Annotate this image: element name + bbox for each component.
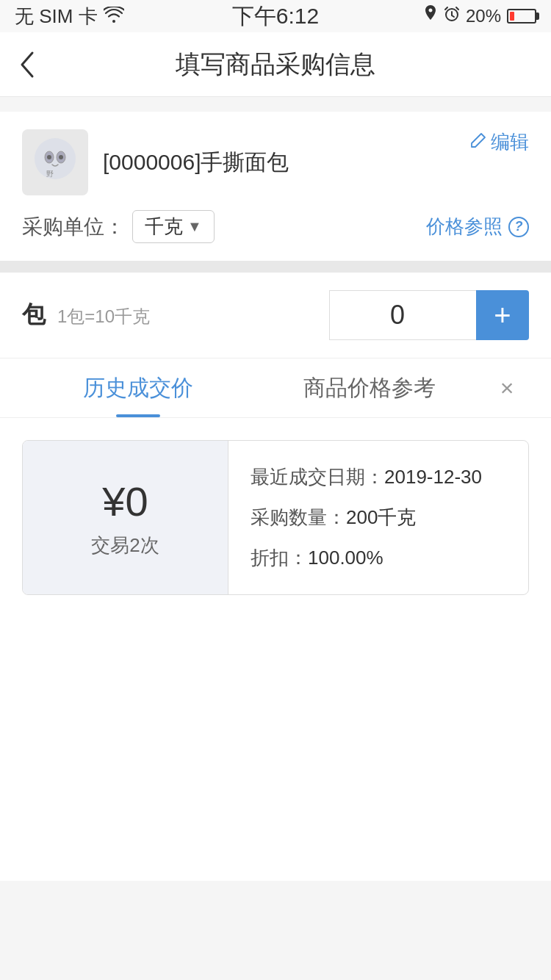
tabs-close-button[interactable]: × bbox=[485, 366, 529, 410]
tab-price-ref[interactable]: 商品价格参考 bbox=[253, 359, 485, 417]
unit-label-text: 采购单位： bbox=[22, 213, 125, 241]
edit-label: 编辑 bbox=[491, 129, 529, 155]
quantity-input-area: + bbox=[329, 290, 529, 340]
quantity-input[interactable] bbox=[329, 290, 476, 340]
discount-value: 100.00% bbox=[308, 547, 383, 569]
status-right: 20% bbox=[423, 5, 536, 27]
date-label: 最近成交日期： bbox=[251, 466, 384, 488]
svg-point-5 bbox=[59, 155, 63, 159]
transaction-date-row: 最近成交日期：2019-12-30 bbox=[251, 463, 506, 491]
back-button[interactable] bbox=[18, 50, 35, 79]
quantity-detail-value: 200千克 bbox=[346, 506, 416, 528]
tabs-header: 历史成交价 商品价格参考 × bbox=[0, 359, 551, 418]
quantity-unit: 包 bbox=[22, 299, 46, 331]
svg-text:野: 野 bbox=[46, 170, 54, 178]
transaction-price: ¥0 bbox=[102, 478, 148, 525]
location-icon bbox=[423, 5, 438, 27]
transaction-count: 交易2次 bbox=[91, 533, 159, 558]
quantity-conversion: 1包=10千克 bbox=[57, 305, 150, 328]
product-unit-row: 采购单位： 千克 ▼ 价格参照 ? bbox=[22, 210, 529, 243]
product-name: [0000006]手撕面包 bbox=[103, 148, 289, 178]
date-value: 2019-12-30 bbox=[384, 466, 482, 488]
price-symbol: ¥ bbox=[102, 478, 125, 525]
section-divider bbox=[0, 261, 551, 273]
transaction-quantity-row: 采购数量：200千克 bbox=[251, 503, 506, 532]
quantity-label: 包 1包=10千克 bbox=[22, 299, 150, 331]
transaction-price-panel: ¥0 交易2次 bbox=[23, 441, 228, 594]
nav-bar: 填写商品采购信息 bbox=[0, 32, 551, 97]
transaction-card: ¥0 交易2次 最近成交日期：2019-12-30 采购数量：200千克 折扣：… bbox=[22, 440, 529, 595]
tabs-section: 历史成交价 商品价格参考 × ¥0 交易2次 最近成交日期：2019-12-30… bbox=[0, 359, 551, 881]
transaction-details: 最近成交日期：2019-12-30 采购数量：200千克 折扣：100.00% bbox=[228, 441, 528, 594]
price-ref-help-icon: ? bbox=[508, 217, 529, 237]
quantity-row: 包 1包=10千克 + bbox=[0, 273, 551, 359]
tab-price-ref-label: 商品价格参考 bbox=[303, 373, 436, 403]
unit-select[interactable]: 千克 ▼ bbox=[132, 210, 215, 243]
battery-indicator bbox=[507, 9, 536, 24]
wifi-icon bbox=[104, 5, 124, 28]
quantity-detail-label: 采购数量： bbox=[251, 506, 346, 528]
plus-icon: + bbox=[494, 300, 511, 330]
edit-icon bbox=[470, 132, 486, 153]
unit-label-area: 采购单位： 千克 ▼ bbox=[22, 210, 215, 243]
svg-point-4 bbox=[47, 155, 51, 159]
tab-content: ¥0 交易2次 最近成交日期：2019-12-30 采购数量：200千克 折扣：… bbox=[0, 440, 551, 881]
close-icon: × bbox=[500, 375, 514, 402]
unit-value: 千克 bbox=[145, 214, 183, 239]
status-time: 下午6:12 bbox=[232, 1, 319, 32]
price-ref-button[interactable]: 价格参照 ? bbox=[426, 214, 529, 239]
unit-dropdown-icon: ▼ bbox=[187, 218, 202, 235]
carrier-text: 无 SIM 卡 bbox=[15, 4, 98, 29]
quantity-plus-button[interactable]: + bbox=[476, 290, 529, 340]
product-header: 野 [0000006]手撕面包 编辑 bbox=[22, 129, 529, 195]
status-bar: 无 SIM 卡 下午6:12 20% bbox=[0, 0, 551, 32]
svg-point-1 bbox=[35, 138, 76, 179]
edit-button[interactable]: 编辑 bbox=[470, 129, 529, 155]
tab-history-price[interactable]: 历史成交价 bbox=[22, 359, 253, 417]
tab-history-label: 历史成交价 bbox=[83, 373, 193, 403]
discount-label: 折扣： bbox=[251, 547, 308, 569]
price-value: 0 bbox=[126, 478, 148, 525]
status-left: 无 SIM 卡 bbox=[15, 4, 124, 29]
transaction-discount-row: 折扣：100.00% bbox=[251, 544, 506, 572]
price-ref-label: 价格参照 bbox=[426, 214, 503, 239]
product-thumb-icon: 野 bbox=[33, 137, 77, 188]
alarm-icon bbox=[444, 6, 460, 26]
product-thumbnail: 野 bbox=[22, 129, 88, 195]
battery-percent: 20% bbox=[466, 6, 501, 26]
product-left: 野 [0000006]手撕面包 bbox=[22, 129, 289, 195]
page-title: 填写商品采购信息 bbox=[176, 48, 375, 82]
product-card: 野 [0000006]手撕面包 编辑 采购单位： 千克 ▼ 价格参照 bbox=[0, 112, 551, 261]
